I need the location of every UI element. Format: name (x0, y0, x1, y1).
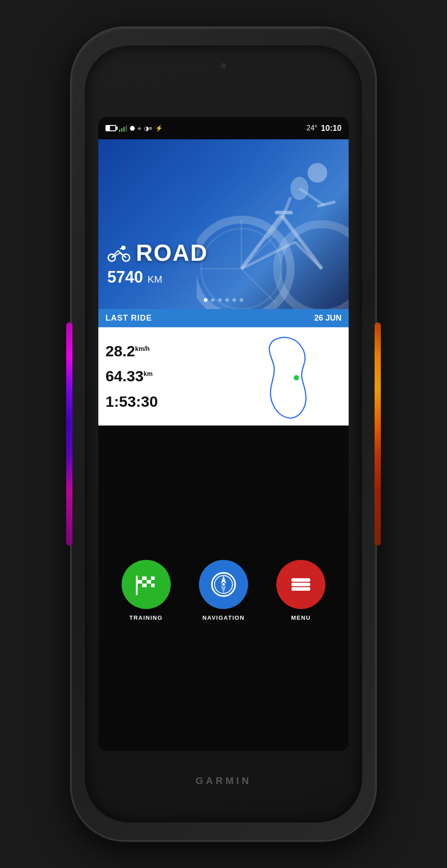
svg-line-16 (282, 197, 291, 220)
svg-point-26 (294, 375, 299, 380)
hero-content: ROAD 5740 KM (107, 239, 208, 287)
last-ride-body: 28.2km/h 64.33km 1:53:30 (98, 327, 349, 426)
svg-point-20 (121, 246, 126, 250)
status-bar: ⬣ ⎆ ◑≡ ⚡ 24° 10:10 (98, 117, 349, 139)
charging-icon: ⚡ (155, 125, 163, 132)
svg-marker-44 (221, 585, 226, 593)
time-display: 10:10 (321, 124, 342, 133)
compass-icon (210, 571, 237, 598)
svg-point-45 (222, 583, 225, 586)
stat-speed: 28.2km/h (105, 343, 221, 359)
dot-3[interactable] (218, 298, 222, 302)
hamburger-icon (289, 575, 313, 594)
svg-rect-37 (138, 584, 142, 587)
svg-rect-35 (147, 580, 151, 584)
left-accent-bar (66, 322, 72, 546)
dot-2[interactable] (211, 298, 215, 302)
activity-title: ROAD (136, 239, 208, 266)
battery-icon (105, 125, 116, 131)
status-icons-left: ⬣ ⎆ ◑≡ ⚡ (105, 125, 163, 132)
dot-4[interactable] (225, 298, 229, 302)
dot-5[interactable] (232, 298, 236, 302)
svg-rect-31 (147, 576, 151, 580)
activity-distance: 5740 KM (107, 268, 208, 287)
display-icon: ◑≡ (144, 125, 152, 132)
svg-rect-30 (142, 576, 147, 580)
navigation-circle[interactable] (199, 560, 248, 609)
svg-rect-36 (151, 580, 155, 584)
svg-rect-39 (147, 584, 151, 587)
status-icons-right: 24° 10:10 (307, 124, 342, 133)
last-ride-header: LAST RIDE 26 JUN (98, 309, 349, 327)
svg-rect-40 (151, 584, 155, 587)
device-inner: ⬣ ⎆ ◑≡ ⚡ 24° 10:10 (85, 46, 362, 822)
svg-marker-43 (221, 576, 226, 584)
menu-button[interactable]: MENU (276, 560, 325, 621)
svg-rect-32 (151, 576, 155, 580)
training-circle[interactable] (122, 560, 171, 609)
svg-line-10 (295, 242, 322, 269)
bluetooth-icon: ⬣ (130, 125, 135, 132)
last-ride-stats: 28.2km/h 64.33km 1:53:30 (105, 334, 221, 418)
cyclist-illustration (197, 139, 349, 309)
menu-circle[interactable] (276, 560, 325, 609)
svg-rect-34 (142, 580, 147, 584)
route-map-svg (244, 333, 324, 420)
svg-rect-38 (142, 584, 147, 587)
screen: ⬣ ⎆ ◑≡ ⚡ 24° 10:10 (98, 117, 349, 751)
navigation-label: NAVIGATION (202, 614, 245, 621)
carousel-dots (98, 298, 349, 302)
flag-checkered-icon (133, 574, 159, 595)
notification-icon: ⎆ (138, 125, 141, 132)
hero-card[interactable]: ROAD 5740 KM (98, 139, 349, 309)
stat-distance: 64.33km (105, 368, 221, 384)
last-ride-map (226, 334, 342, 418)
signal-icon (119, 125, 127, 132)
last-ride-label: LAST RIDE (105, 313, 152, 323)
device-outer: ⬣ ⎆ ◑≡ ⚡ 24° 10:10 (72, 28, 375, 840)
svg-rect-33 (138, 580, 142, 584)
last-ride-date: 26 JUN (314, 313, 342, 323)
svg-rect-47 (291, 583, 310, 586)
stat-time: 1:53:30 (105, 393, 221, 410)
navigation-button[interactable]: NAVIGATION (199, 560, 248, 621)
svg-point-14 (308, 163, 327, 183)
bike-icon (107, 243, 131, 262)
menu-label: MENU (291, 614, 311, 621)
activity-row: ROAD (107, 239, 208, 266)
action-row: TRAINING (98, 426, 349, 751)
svg-rect-46 (291, 578, 310, 582)
svg-rect-29 (138, 576, 142, 580)
dot-1[interactable] (204, 298, 207, 302)
dot-6[interactable] (240, 298, 243, 302)
training-label: TRAINING (129, 614, 163, 621)
last-ride-card[interactable]: LAST RIDE 26 JUN 28.2km/h 64.33km 1:53:3… (98, 309, 349, 426)
camera (221, 63, 226, 68)
brand-label: GARMIN (195, 775, 251, 787)
svg-rect-48 (291, 587, 310, 591)
training-button[interactable]: TRAINING (122, 560, 171, 621)
right-accent-bar (375, 322, 381, 546)
temperature-display: 24° (307, 124, 317, 132)
